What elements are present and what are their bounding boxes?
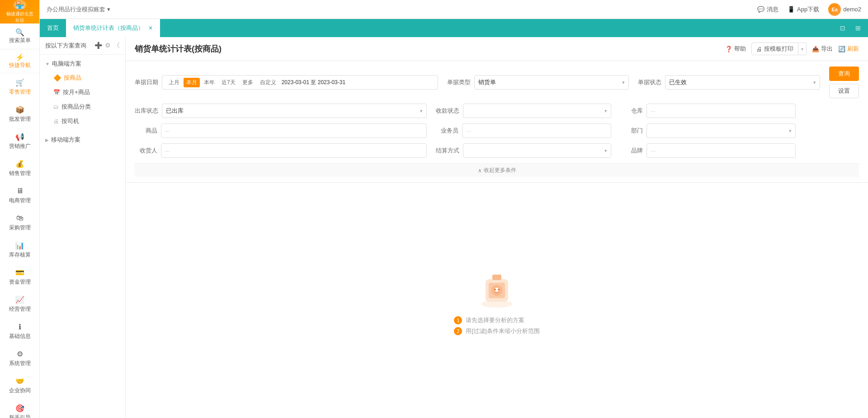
export-label: 导出 — [821, 45, 833, 53]
receiver-label: 收货人 — [135, 147, 157, 155]
export-btn[interactable]: 📤 导出 — [812, 45, 833, 53]
empty-state: 1 请先选择要分析的方案 2 用[过滤]条件来缩小分析范围 — [126, 183, 868, 418]
empty-illustration — [474, 266, 519, 311]
app-download-btn[interactable]: 📱 App下载 — [788, 5, 819, 14]
doc-type-control[interactable]: 销货单 ▾ — [474, 75, 629, 90]
settlement-arrow-icon: ▾ — [604, 148, 607, 154]
product-label: 商品 — [135, 127, 157, 135]
basic-icon: ℹ — [15, 322, 24, 331]
sidebar-item-purchase-label: 采购管理 — [9, 224, 31, 232]
template-print-dropdown-btn[interactable]: ▾ — [798, 43, 807, 55]
edit-scheme-icon[interactable]: ⚙ — [105, 42, 111, 50]
collapse-bar[interactable]: ∧ 收起更多条件 — [135, 163, 859, 177]
filter-item-by-cashier[interactable]: 🖨 按司机 — [40, 114, 125, 128]
staff-control[interactable]: ··· — [462, 124, 611, 138]
stock-status-arrow-icon: ▾ — [420, 108, 423, 114]
filter-item-by-product[interactable]: 🔶 按商品 — [40, 71, 125, 85]
sidebar-item-system[interactable]: ⚙ 系统管理 — [0, 345, 39, 372]
collapse-panel-icon[interactable]: 《 — [113, 42, 120, 50]
sidebar-item-basic[interactable]: ℹ 基础信息 — [0, 318, 39, 345]
settlement-control[interactable]: ▾ — [463, 143, 611, 158]
receiver-control[interactable]: ··· — [161, 143, 427, 158]
ecommerce-icon: 🖥 — [15, 186, 24, 195]
message-btn[interactable]: 💬 消息 — [757, 5, 778, 14]
brand-label: 品牌 — [620, 147, 643, 155]
finance-icon: 💳 — [15, 268, 24, 277]
by-product-icon: 🔶 — [53, 74, 61, 81]
sidebar-item-purchase[interactable]: 🛍 采购管理 — [0, 209, 39, 236]
stock-status-control[interactable]: 已出库 ▾ — [162, 104, 427, 118]
filter-panel-actions: ➕ ⚙ 《 — [94, 42, 120, 50]
filter-row-2: 出库状态 已出库 ▾ 收款状态 ▾ 仓库 — [135, 104, 859, 118]
svg-rect-6 — [492, 275, 501, 280]
sidebar-item-inventory[interactable]: 📊 库存核算 — [0, 236, 39, 263]
sidebar-item-enterprise-label: 企业协同 — [9, 387, 31, 394]
query-button[interactable]: 查询 — [829, 66, 859, 81]
help-btn[interactable]: ❓ 帮助 — [725, 45, 746, 53]
tab-home[interactable]: 首页 — [40, 19, 66, 37]
date-tab-custom[interactable]: 自定义 — [257, 78, 279, 87]
refresh-icon: 🔄 — [838, 46, 845, 52]
sidebar-item-marketing-label: 营销推广 — [9, 142, 31, 150]
sidebar-item-marketing[interactable]: 📢 营销推广 — [0, 128, 39, 155]
staff-field: 业务员 ··· — [436, 124, 611, 138]
sidebar-logo[interactable]: 🏪 畅捷通好生意 标版 — [0, 0, 40, 24]
add-scheme-icon[interactable]: ➕ — [94, 42, 102, 50]
warehouse-control[interactable]: ··· — [646, 104, 796, 118]
search-menu-item[interactable]: 🔍 搜索菜单 — [0, 24, 39, 49]
tab-minimize-btn[interactable]: ⊡ — [837, 23, 848, 33]
filter-group-mobile-title[interactable]: ▶ 移动端方案 — [40, 133, 125, 147]
doc-type-value: 销货单 — [478, 78, 496, 86]
newbie-icon: 🎯 — [15, 404, 24, 413]
user-profile-btn[interactable]: Ea demo2 — [828, 3, 861, 16]
filter-group-pc-title[interactable]: ▼ 电脑端方案 — [40, 57, 125, 71]
inventory-icon: 📊 — [15, 241, 24, 250]
date-tab-this-year[interactable]: 本年 — [201, 78, 217, 87]
stock-status-value: 已出库 — [166, 107, 184, 115]
sidebar-item-ecommerce[interactable]: 🖥 电商管理 — [0, 182, 39, 209]
sidebar-item-finance[interactable]: 💳 资金管理 — [0, 263, 39, 290]
sidebar-item-wholesale-label: 批发管理 — [9, 115, 31, 123]
sidebar-item-sales[interactable]: 💰 销售管理 — [0, 155, 39, 182]
operation-icon: 📈 — [15, 295, 24, 304]
marketing-icon: 📢 — [15, 132, 24, 141]
filter-row-4: 收货人 ··· 结算方式 ▾ 品牌 — [135, 143, 859, 158]
warehouse-dots: ··· — [651, 108, 656, 114]
sales-icon: 💰 — [15, 159, 24, 168]
sidebar-item-operation[interactable]: 📈 经营管理 — [0, 290, 39, 318]
date-tab-last-month[interactable]: 上月 — [166, 78, 182, 87]
tab-sales-stats[interactable]: 销货单统计计表（按商品） ✕ — [66, 19, 160, 37]
sidebar-item-newbie[interactable]: 🎯 新手引导 — [0, 399, 39, 418]
tab-maximize-btn[interactable]: ⊞ — [853, 23, 863, 33]
staff-label: 业务员 — [436, 127, 458, 135]
doc-status-control[interactable]: 已生效 ▾ — [665, 75, 820, 90]
dept-control[interactable]: ▾ — [646, 124, 796, 138]
tab-close-icon[interactable]: ✕ — [148, 25, 153, 31]
date-value: 2023-03-01 至 2023-03-31 — [282, 79, 345, 86]
empty-tip-2: 2 用[过滤]条件来缩小分析范围 — [454, 327, 539, 335]
by-product-category-icon: 🗂 — [53, 104, 59, 110]
brand-control[interactable]: ··· — [646, 143, 796, 158]
date-control[interactable]: 上月 本月 本年 近7天 更多 自定义 2023-03-01 至 2023-03… — [162, 75, 438, 90]
refresh-btn[interactable]: 🔄 刷新 — [838, 45, 859, 53]
template-print-btn[interactable]: 🖨 按模板打印 — [751, 43, 798, 55]
collect-status-control[interactable]: ▾ — [463, 104, 611, 118]
filter-item-by-product-category[interactable]: 🗂 按商品分类 — [40, 100, 125, 114]
avatar: Ea — [828, 3, 841, 16]
page-actions: ❓ 帮助 🖨 按模板打印 ▾ 📤 导出 — [725, 43, 859, 55]
set-button[interactable]: 设置 — [829, 84, 859, 98]
sidebar-item-enterprise[interactable]: 🤝 企业协同 — [0, 372, 39, 399]
date-tab-last-7[interactable]: 近7天 — [219, 78, 238, 87]
date-tab-this-month[interactable]: 本月 — [184, 78, 200, 87]
sidebar-item-retail[interactable]: 🛒 零售管理 — [0, 73, 39, 100]
product-control[interactable]: ··· — [161, 124, 427, 138]
tip-number-1: 1 — [454, 316, 462, 324]
sidebar-item-wholesale[interactable]: 📦 批发管理 — [0, 100, 39, 128]
sidebar: 🏪 畅捷通好生意 标版 🔍 搜索菜单 ⚡ 快捷导航 🛒 零售管理 📦 批发管理 … — [0, 0, 40, 418]
quick-nav-item[interactable]: ⚡ 快捷导航 — [0, 49, 39, 73]
date-tab-more[interactable]: 更多 — [240, 78, 256, 87]
enterprise-icon: 🤝 — [15, 376, 24, 385]
filter-item-by-month-product[interactable]: 📅 按月+商品 — [40, 85, 125, 100]
empty-text: 1 请先选择要分析的方案 2 用[过滤]条件来缩小分析范围 — [454, 316, 539, 335]
account-dropdown[interactable]: 办公用品行业模拟账套 ▾ — [47, 5, 110, 14]
